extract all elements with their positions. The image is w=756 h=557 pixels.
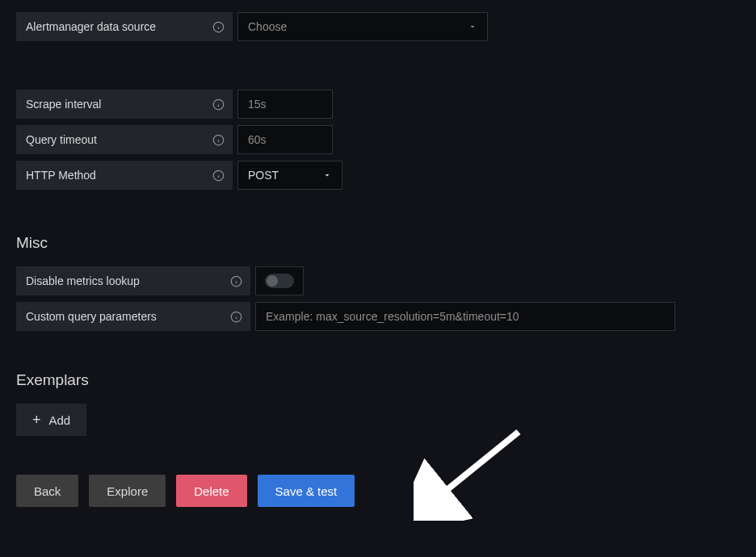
misc-section-title: Misc <box>16 234 740 252</box>
info-icon[interactable] <box>212 133 225 146</box>
query-timeout-label-box: Query timeout <box>16 125 233 154</box>
info-icon[interactable] <box>212 98 225 111</box>
http-method-row: HTTP Method POST <box>16 161 740 190</box>
http-method-label-box: HTTP Method <box>16 161 233 190</box>
add-button-label: Add <box>49 413 71 427</box>
alertmanager-label-box: Alertmanager data source <box>16 12 233 41</box>
http-method-value: POST <box>248 169 279 182</box>
delete-button[interactable]: Delete <box>176 475 246 507</box>
back-button[interactable]: Back <box>16 475 78 507</box>
add-exemplar-button[interactable]: + Add <box>16 404 86 436</box>
disable-metrics-row: Disable metrics lookup <box>16 266 740 295</box>
action-button-row: Back Explore Delete Save & test <box>16 475 740 507</box>
disable-metrics-label-box: Disable metrics lookup <box>16 266 250 295</box>
custom-query-input[interactable]: Example: max_source_resolution=5m&timeou… <box>255 302 675 331</box>
query-timeout-input[interactable]: 60s <box>237 125 333 154</box>
scrape-interval-row: Scrape interval 15s <box>16 90 740 119</box>
custom-query-placeholder: Example: max_source_resolution=5m&timeou… <box>266 310 519 323</box>
query-timeout-label: Query timeout <box>26 133 97 146</box>
scrape-interval-label: Scrape interval <box>26 98 101 111</box>
custom-query-label: Custom query parameters <box>26 310 157 323</box>
http-method-select[interactable]: POST <box>237 161 342 190</box>
toggle-knob <box>267 275 278 287</box>
alertmanager-row: Alertmanager data source Choose <box>16 12 740 41</box>
alertmanager-label: Alertmanager data source <box>26 20 156 33</box>
chevron-down-icon <box>468 22 477 31</box>
save-test-button[interactable]: Save & test <box>258 475 355 507</box>
info-icon[interactable] <box>229 274 242 287</box>
scrape-interval-input[interactable]: 15s <box>237 90 333 119</box>
chevron-down-icon <box>322 170 332 180</box>
scrape-interval-label-box: Scrape interval <box>16 90 233 119</box>
http-method-label: HTTP Method <box>26 169 96 182</box>
plus-icon: + <box>32 412 41 429</box>
info-icon[interactable] <box>212 169 225 182</box>
scrape-interval-value: 15s <box>248 98 267 111</box>
info-icon[interactable] <box>229 310 242 323</box>
disable-metrics-toggle[interactable] <box>265 274 294 288</box>
alertmanager-select[interactable]: Choose <box>237 12 488 41</box>
disable-metrics-label: Disable metrics lookup <box>26 274 140 287</box>
query-timeout-row: Query timeout 60s <box>16 125 740 154</box>
disable-metrics-toggle-container <box>255 266 304 295</box>
explore-button[interactable]: Explore <box>89 475 166 507</box>
custom-query-row: Custom query parameters Example: max_sou… <box>16 302 740 331</box>
exemplars-section-title: Exemplars <box>16 371 740 389</box>
custom-query-label-box: Custom query parameters <box>16 302 250 331</box>
query-timeout-value: 60s <box>248 133 267 146</box>
alertmanager-select-value: Choose <box>248 20 287 33</box>
info-icon[interactable] <box>212 20 225 33</box>
